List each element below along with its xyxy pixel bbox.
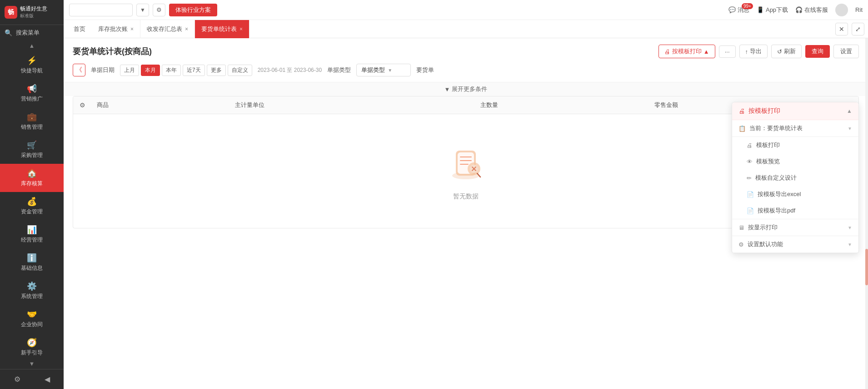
page-content: 要货单统计表(按商品) 🖨 按模板打印 ▲ ··· ↑ 导出 ↺ 刷新 [64, 38, 868, 389]
table-settings-icon[interactable]: ⚙ [80, 101, 85, 109]
panel-template-preview-item[interactable]: 👁 模板预览 [732, 153, 858, 170]
date-btn-this-year[interactable]: 本年 [162, 65, 181, 76]
sidebar-item-system[interactable]: ⚙️ 系统管理 [0, 277, 64, 305]
tab-collect-summary-close[interactable]: × [185, 26, 188, 32]
panel-items-section: 🖨 模板打印 👁 模板预览 ✏ 模板自定义设计 [732, 137, 858, 219]
print-dropdown-panel: 🖨 按模板打印 ▲ 📋 当前：要货单统计表 ▼ 🖨 [732, 102, 859, 253]
tab-batch-account-close[interactable]: × [130, 26, 134, 32]
settings-footer-btn[interactable]: ⚙ [12, 373, 22, 385]
scrollbar-thumb[interactable] [865, 249, 868, 285]
trial-btn[interactable]: 体验行业方案 [169, 4, 217, 16]
set-default-arrow: ▼ [848, 242, 852, 247]
toggle-sidebar-btn[interactable]: ◀ [43, 373, 52, 385]
search-menu-label: 搜索菜单 [16, 29, 40, 37]
col-quantity: 主数量 [475, 96, 649, 114]
topbar-gear-btn[interactable]: ⚙ [153, 4, 165, 16]
expand-more-btn[interactable]: ▼ 展开更多条件 [64, 82, 868, 96]
template-preview-label: 模板预览 [756, 157, 780, 166]
export-btn[interactable]: ↑ 导出 [739, 45, 768, 58]
panel-set-default-item[interactable]: ⚙ 设置默认功能 ▼ [732, 236, 858, 253]
panel-export-pdf-item[interactable]: 📄 按模板导出pdf [732, 202, 858, 219]
sidebar-item-operations[interactable]: 📊 经营管理 [0, 220, 64, 248]
sidebar-scroll-down[interactable]: ▼ [0, 359, 64, 369]
panel-current-left: 📋 当前：要货单统计表 [738, 124, 803, 132]
panel-display-print-item[interactable]: 🖥 按显示打印 ▼ [732, 219, 858, 236]
guide-icon: 🧭 [27, 338, 37, 348]
panel-export-excel-item[interactable]: 📄 按模板导出excel [732, 186, 858, 202]
sidebar-item-enterprise[interactable]: 🤝 企业协同 [0, 305, 64, 333]
tab-collect-summary-label: 收发存汇总表 [147, 25, 182, 33]
sidebar-item-quick-nav[interactable]: ⚡ 快捷导航 [0, 51, 64, 79]
finance-icon: 💰 [27, 197, 37, 207]
topbar-left: ▼ ⚙ 体验行业方案 [69, 4, 217, 16]
date-btn-custom[interactable]: 自定义 [228, 65, 252, 76]
display-print-label: 按显示打印 [748, 223, 778, 232]
sidebar-item-label: 库存核算 [21, 180, 43, 187]
online-support-btn[interactable]: 🎧 在线客服 [795, 6, 828, 14]
sidebar-item-purchase[interactable]: 🛒 采购管理 [0, 136, 64, 164]
user-avatar-btn[interactable] [835, 4, 848, 16]
basic-info-icon: ℹ️ [27, 253, 37, 263]
sidebar-item-guide[interactable]: 🧭 新手引导 [0, 333, 64, 359]
page-scrollbar[interactable] [865, 38, 868, 389]
tab-home[interactable]: 首页 [67, 20, 92, 38]
sales-icon: 💼 [27, 112, 37, 122]
search-input[interactable] [69, 4, 133, 16]
panel-collapse-btn[interactable]: ▲ [847, 108, 852, 114]
tab-order-summary-close[interactable]: × [239, 26, 243, 32]
date-btn-7days[interactable]: 近7天 [183, 65, 205, 76]
tab-collect-summary[interactable]: 收发存汇总表 × [140, 20, 195, 38]
date-range-text: 2023-06-01 至 2023-06-30 [258, 66, 322, 74]
app-logo: 畅 畅通好生意 标准版 [0, 0, 64, 25]
date-btn-last-month[interactable]: 上月 [120, 65, 139, 76]
set-default-left: ⚙ 设置默认功能 [738, 240, 783, 248]
date-btn-this-month[interactable]: 本月 [141, 65, 160, 76]
panel-current-item[interactable]: 📋 当前：要货单统计表 ▼ [732, 120, 858, 136]
panel-template-custom-item[interactable]: ✏ 模板自定义设计 [732, 170, 858, 186]
filter-area: 《 单据日期 上月 本月 本年 近7天 更多 自定义 2023-06-01 至 … [64, 58, 868, 82]
app-download-btn[interactable]: 📱 App下载 [757, 6, 788, 14]
tabs-bar: 首页 库存批次账 × 收发存汇总表 × 要货单统计表 × ✕ ⤢ [64, 20, 868, 38]
page-header-actions: 🖨 按模板打印 ▲ ··· ↑ 导出 ↺ 刷新 查询 设置 [658, 45, 859, 58]
refresh-btn-label: 刷新 [784, 47, 796, 56]
sidebar-item-marketing[interactable]: 📢 营销推广 [0, 79, 64, 107]
current-template-icon: 📋 [738, 125, 746, 132]
sidebar-nav: ⚡ 快捷导航 📢 营销推广 💼 销售管理 🛒 采购管理 🏠 库存核算 💰 资金管… [0, 51, 64, 359]
tab-batch-account[interactable]: 库存批次账 × [92, 20, 140, 38]
tab-order-summary[interactable]: 要货单统计表 × [195, 20, 249, 38]
type-filter-dropdown[interactable]: 单据类型 ▼ [356, 64, 411, 76]
export-excel-icon: 📄 [747, 191, 754, 198]
expand-more-label: 展开更多条件 [452, 85, 487, 93]
panel-header-left: 🖨 按模板打印 [738, 107, 780, 115]
panel-template-preview-left: 👁 模板预览 [747, 157, 780, 166]
tab-order-summary-label: 要货单统计表 [201, 25, 237, 33]
date-btn-more[interactable]: 更多 [207, 65, 226, 76]
display-print-left: 🖥 按显示打印 [738, 223, 778, 232]
display-print-icon: 🖥 [738, 224, 744, 231]
query-btn[interactable]: 查询 [805, 45, 830, 58]
settings-page-btn[interactable]: 设置 [833, 45, 859, 58]
filter-expand-btn[interactable]: 《 [73, 64, 85, 76]
messages-btn[interactable]: 💬 消息 99+ [728, 6, 749, 14]
print-btn-label: 按模板打印 [672, 47, 702, 56]
refresh-btn[interactable]: ↺ 刷新 [771, 45, 802, 58]
marketing-icon: 📢 [27, 84, 37, 94]
filter-row: 《 单据日期 上月 本月 本年 近7天 更多 自定义 2023-06-01 至 … [73, 64, 859, 76]
tabs-expand-btn[interactable]: ⤢ [852, 23, 864, 35]
sidebar-item-label: 新手引导 [21, 349, 43, 357]
panel-template-print-item[interactable]: 🖨 模板打印 [732, 137, 858, 153]
panel-export-pdf-left: 📄 按模板导出pdf [747, 207, 795, 215]
panel-default-section: ⚙ 设置默认功能 ▼ [732, 236, 858, 253]
sidebar-item-finance[interactable]: 💰 资金管理 [0, 192, 64, 220]
sidebar-item-sales[interactable]: 💼 销售管理 [0, 107, 64, 136]
topbar-dropdown-btn[interactable]: ▼ [136, 4, 149, 16]
sidebar-item-inventory[interactable]: 🏠 库存核算 [0, 164, 64, 192]
tabs-close-btn[interactable]: ✕ [835, 23, 848, 35]
print-btn[interactable]: 🖨 按模板打印 ▲ [658, 45, 715, 58]
template-custom-icon: ✏ [747, 175, 752, 182]
sidebar-item-basic-info[interactable]: ℹ️ 基础信息 [0, 248, 64, 277]
more-btn[interactable]: ··· [719, 45, 736, 58]
sidebar-scroll-up[interactable]: ▲ [0, 40, 64, 51]
topbar-right: 💬 消息 99+ 📱 App下载 🎧 在线客服 Rit [728, 4, 863, 16]
search-menu[interactable]: 🔍 搜索菜单 [0, 25, 64, 40]
